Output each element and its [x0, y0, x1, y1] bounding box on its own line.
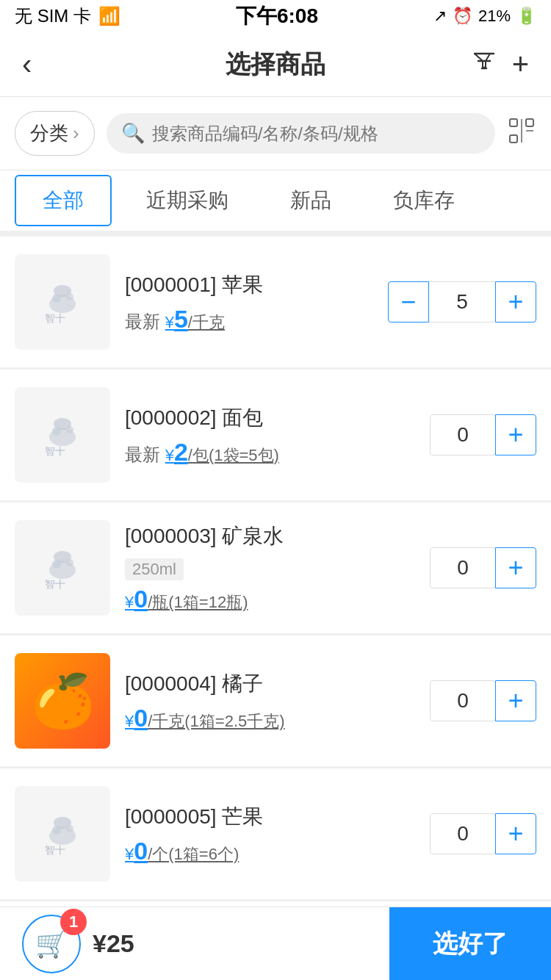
battery-icon: 🔋	[516, 7, 536, 26]
svg-point-23	[66, 825, 73, 832]
search-input[interactable]	[152, 123, 480, 144]
back-button[interactable]: ‹	[22, 48, 32, 81]
qty-control-0: − +	[388, 281, 536, 323]
cart-icon: 🛒	[35, 929, 68, 959]
qty-plus-0[interactable]: +	[495, 281, 536, 323]
qty-input-2[interactable]	[430, 547, 496, 588]
product-name-3: [0000004] 橘子	[125, 670, 415, 698]
filter-icon[interactable]	[471, 48, 497, 81]
confirm-label: 选好了	[433, 927, 508, 961]
price-prefix-1: 最新	[125, 444, 160, 464]
amount-2: 0	[134, 585, 148, 613]
svg-rect-2	[510, 135, 517, 143]
wifi-icon: 📶	[98, 6, 120, 26]
qty-input-4[interactable]	[430, 813, 496, 854]
product-price-0: 最新 ¥5/千克	[125, 305, 373, 334]
scan-icon[interactable]	[507, 116, 536, 151]
product-name-4: [0000005] 芒果	[125, 803, 415, 831]
qty-input-3[interactable]	[430, 680, 496, 721]
status-time: 下午6:08	[236, 2, 318, 30]
svg-point-22	[52, 826, 61, 835]
category-arrow: ›	[73, 122, 79, 145]
qty-input-1[interactable]	[430, 414, 496, 455]
product-name-2: [0000003] 矿泉水	[125, 522, 415, 550]
svg-text:智十: 智十	[45, 445, 65, 457]
svg-text:智十: 智十	[45, 844, 65, 856]
product-image-0: 智十	[15, 254, 110, 350]
status-left: 无 SIM 卡 📶	[15, 4, 120, 28]
cart-total: ¥25	[93, 929, 134, 958]
currency-1: ¥	[165, 446, 174, 464]
product-price-3: ¥0/千克(1箱=2.5千克)	[125, 704, 415, 732]
svg-rect-0	[510, 119, 517, 126]
product-info-1: [0000002] 面包 最新 ¥2/包(1袋=5包)	[110, 404, 430, 466]
cart-badge: 1	[60, 909, 87, 935]
qty-plus-3[interactable]: +	[495, 680, 536, 721]
currency-2: ¥	[125, 593, 134, 611]
product-image-4: 智十	[15, 786, 110, 882]
svg-rect-1	[526, 119, 533, 126]
cart-section: 🛒 1 ¥25	[0, 915, 389, 973]
status-right: ↗ ⏰ 21% 🔋	[433, 7, 536, 26]
product-info-2: [0000003] 矿泉水 250ml ¥0/瓶(1箱=12瓶)	[110, 522, 430, 613]
alarm-icon: ⏰	[453, 7, 472, 26]
currency-0: ¥	[165, 313, 174, 331]
qty-plus-1[interactable]: +	[495, 414, 536, 455]
qty-control-4: +	[430, 813, 536, 854]
filter-bar: 分类 › 🔍	[0, 97, 551, 170]
svg-point-17	[52, 560, 61, 569]
amount-1: 2	[174, 438, 188, 466]
confirm-button[interactable]: 选好了	[389, 907, 551, 981]
battery-label: 21%	[478, 7, 511, 26]
location-icon: ↗	[433, 7, 447, 26]
product-price-2: ¥0/瓶(1箱=12瓶)	[125, 585, 415, 613]
table-row: 智十 [0000003] 矿泉水 250ml ¥0/瓶(1箱=12瓶) +	[0, 502, 551, 634]
qty-plus-2[interactable]: +	[495, 547, 536, 588]
search-icon: 🔍	[121, 122, 145, 145]
table-row: 智十 [0000001] 苹果 最新 ¥5/千克 − +	[0, 237, 551, 368]
price-prefix-0: 最新	[125, 311, 160, 331]
nav-left: ‹	[22, 48, 32, 81]
product-price-1: 最新 ¥2/包(1袋=5包)	[125, 438, 415, 466]
product-spec-2: 250ml	[125, 558, 184, 580]
qty-control-1: +	[430, 414, 536, 455]
svg-text:智十: 智十	[45, 312, 65, 324]
amount-3: 0	[134, 704, 148, 732]
currency-4: ¥	[125, 845, 134, 863]
add-button[interactable]: +	[512, 48, 529, 81]
amount-4: 0	[134, 837, 148, 865]
page-title: 选择商品	[226, 48, 325, 82]
product-price-4: ¥0/个(1箱=6个)	[125, 837, 415, 865]
tab-new[interactable]: 新品	[263, 176, 359, 226]
unit-1: /包(1袋=5包)	[188, 446, 279, 464]
amount-0: 5	[174, 305, 188, 333]
qty-minus-0[interactable]: −	[388, 281, 429, 323]
svg-point-13	[66, 426, 73, 433]
svg-point-7	[52, 294, 61, 303]
currency-3: ¥	[125, 712, 134, 730]
qty-input-0[interactable]	[429, 281, 495, 323]
nav-bar: ‹ 选择商品 +	[0, 32, 551, 97]
qty-plus-4[interactable]: +	[495, 813, 536, 854]
svg-point-12	[52, 427, 61, 436]
tabs-bar: 全部 近期采购 新品 负库存	[0, 170, 551, 237]
cart-button[interactable]: 🛒 1	[22, 915, 81, 973]
product-image-2: 智十	[15, 520, 110, 616]
category-button[interactable]: 分类 ›	[15, 111, 95, 156]
unit-4: /个(1箱=6个)	[148, 845, 239, 863]
product-info-4: [0000005] 芒果 ¥0/个(1箱=6个)	[110, 803, 430, 865]
unit-0: /千克	[188, 313, 225, 331]
tab-recent[interactable]: 近期采购	[119, 176, 256, 226]
qty-control-3: +	[430, 680, 536, 721]
svg-point-18	[66, 559, 73, 566]
table-row: 🍊 [0000004] 橘子 ¥0/千克(1箱=2.5千克) +	[0, 635, 551, 767]
tab-all[interactable]: 全部	[15, 175, 112, 226]
product-list: 智十 [0000001] 苹果 最新 ¥5/千克 − +	[0, 237, 551, 980]
tab-negative[interactable]: 负库存	[366, 176, 482, 226]
carrier-label: 无 SIM 卡	[15, 4, 91, 28]
product-info-0: [0000001] 苹果 最新 ¥5/千克	[110, 271, 388, 334]
product-name-0: [0000001] 苹果	[125, 271, 373, 299]
search-box: 🔍	[107, 113, 495, 154]
svg-text:智十: 智十	[45, 578, 65, 590]
unit-3: /千克(1箱=2.5千克)	[148, 712, 284, 730]
